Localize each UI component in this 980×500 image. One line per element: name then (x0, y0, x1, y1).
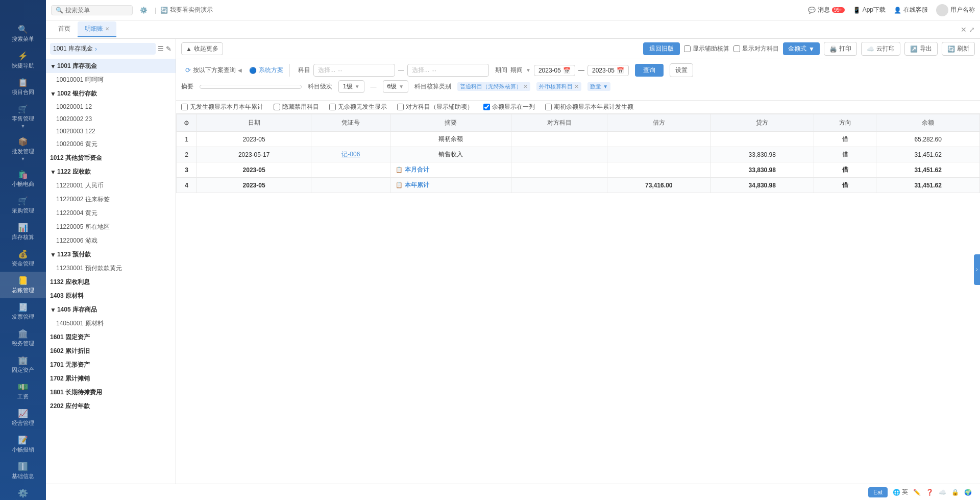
subject-10020002[interactable]: 10020002 23 (46, 113, 176, 125)
refresh-btn[interactable]: 🔄 刷新 (942, 42, 975, 56)
cb-period-input[interactable] (545, 104, 552, 110)
subject-1403[interactable]: 1403 原材料 (46, 289, 176, 303)
user-area[interactable]: 用户名称 (936, 4, 975, 16)
account-selector[interactable]: 1001 库存现金 › (50, 43, 156, 55)
quantity-tag[interactable]: 数量 ▼ (587, 82, 610, 91)
subject-10020003[interactable]: 10020003 122 (46, 125, 176, 137)
subject-1012[interactable]: 1012 其他货币资金 (46, 151, 176, 165)
right-expand-btn[interactable]: › (974, 254, 980, 285)
show-contra-checkbox[interactable]: 显示对方科目 (733, 44, 779, 53)
show-assist-input[interactable] (684, 45, 691, 52)
subject-1801[interactable]: 1801 长期待摊费用 (46, 386, 176, 399)
app-download-btn[interactable]: 📱 App下载 (853, 6, 886, 14)
sidebar-item-base[interactable]: ℹ️ 基础信息 (0, 458, 46, 484)
subject-11230001[interactable]: 11230001 预付款款黄元 (46, 261, 176, 275)
demo-btn[interactable]: 🔄 我要看实例演示 (160, 6, 213, 14)
query-btn[interactable]: 查询 (635, 64, 664, 77)
print-btn[interactable]: 🖨️ 打印 (824, 42, 857, 56)
subject-1701[interactable]: 1701 无形资产 (46, 358, 176, 372)
sidebar-item-expense[interactable]: 📝 小畅报销 (0, 431, 46, 458)
message-btn[interactable]: 💬 消息 99+ (808, 6, 845, 14)
level-end-select[interactable]: 6级 ▼ (383, 80, 409, 93)
tab-ledger-close[interactable]: ✕ (105, 26, 109, 32)
amount-mode-btn[interactable]: 金额式 ▼ (783, 42, 820, 55)
sidebar-item-inventory[interactable]: 📊 库存核算 (0, 219, 46, 245)
subject-14050001[interactable]: 14050001 原材料 (46, 317, 176, 330)
tree-view-btn[interactable]: ✎ (166, 45, 172, 53)
sidebar-item-project[interactable]: 📋 项目合同 (0, 74, 46, 100)
bottom-question-btn[interactable]: ❓ (926, 489, 934, 496)
cb-hide-disabled[interactable]: 隐藏禁用科目 (274, 103, 319, 111)
sidebar-item-sysadmin[interactable]: ⚙️ 系统管理 (0, 484, 46, 500)
subject-1405[interactable]: ▼ 1405 库存商品 (46, 303, 176, 317)
tab-bar-expand-btn[interactable]: ⤢ (969, 26, 975, 34)
subject-11220002[interactable]: 11220002 往来标签 (46, 193, 176, 206)
type-tag-1[interactable]: 普通科目（无特殊核算） ✕ (457, 82, 530, 91)
sidebar-item-salary[interactable]: 💵 工资 (0, 378, 46, 404)
period-end-input[interactable]: 2023-05 📅 (587, 65, 629, 76)
sidebar-item-finance[interactable]: 💰 资金管理 (0, 245, 46, 272)
sidebar-item-ecommerce[interactable]: 🛍️ 小畅电商 (0, 165, 46, 192)
sidebar-item-ops[interactable]: 📈 经营管理 (0, 404, 46, 431)
subject-1601[interactable]: 1601 固定资产 (46, 330, 176, 344)
return-old-btn[interactable]: 退回旧版 (643, 42, 680, 55)
subject-1602[interactable]: 1602 累计折旧 (46, 344, 176, 358)
cb-contra-subject[interactable]: 对方科目（显示辅助项） (397, 103, 473, 111)
level-start-select[interactable]: 1级 ▼ (338, 80, 364, 93)
tab-ledger[interactable]: 明细账 ✕ (78, 21, 116, 37)
type-tag-2[interactable]: 外币核算科目 ✕ (536, 82, 581, 91)
subject-1002[interactable]: ▼ 1002 银行存款 (46, 87, 176, 101)
bottom-lock-btn[interactable]: 🔒 (951, 489, 959, 496)
tab-home[interactable]: 首页 (51, 21, 78, 37)
export-btn[interactable]: ↗️ 导出 (904, 42, 938, 56)
subject-10020006[interactable]: 10020006 黄元 (46, 137, 176, 151)
subject-2202[interactable]: 2202 应付年款 (46, 399, 176, 413)
sidebar-item-invoice[interactable]: 🧾 发票管理 (0, 298, 46, 325)
cb-no-amount-input[interactable] (181, 104, 188, 110)
subject-11220004[interactable]: 11220004 黄元 (46, 206, 176, 220)
sidebar-item-quick[interactable]: ⚡ 快捷导航 (0, 47, 46, 74)
sidebar-item-assets[interactable]: 🏢 固定资产 (0, 351, 46, 378)
bottom-globe-btn[interactable]: 🌍 (964, 489, 972, 496)
top-search-box[interactable]: 🔍 (51, 5, 133, 15)
top-search-input[interactable] (65, 7, 116, 14)
show-contra-input[interactable] (733, 45, 740, 52)
cb-balance-one-col[interactable]: 余额显示在一列 (483, 103, 535, 111)
cb-no-amount[interactable]: 无发生额显示本月本年累计 (181, 103, 263, 111)
tab-bar-close-btn[interactable]: ✕ (961, 26, 967, 34)
subject-11220006[interactable]: 11220006 游戏 (46, 234, 176, 248)
sidebar-item-purchase[interactable]: 🛒 采购管理 (0, 192, 46, 219)
tag-remove-1[interactable]: ✕ (523, 83, 528, 90)
online-service-btn[interactable]: 👤 在线客服 (894, 6, 928, 14)
sidebar-item-ledger[interactable]: 📒 总账管理 (0, 272, 46, 298)
cb-hide-disabled-input[interactable] (274, 104, 280, 110)
subject-10010001[interactable]: 10010001 呵呵呵 (46, 73, 176, 87)
settings-btn[interactable]: ⚙️ (137, 6, 151, 15)
bottom-cloud-btn[interactable]: ☁️ (939, 489, 946, 496)
subject-1001[interactable]: ▼ 1001 库存现金 (46, 59, 176, 73)
system-schema-btn[interactable]: 🔵 系统方案 (249, 66, 283, 75)
setting-btn[interactable]: 设置 (670, 63, 693, 77)
eat-btn[interactable]: Eat (868, 487, 888, 497)
subject-1122[interactable]: ▼ 1122 应收款 (46, 165, 176, 179)
subject-input-2[interactable]: 选择... ··· (407, 64, 489, 77)
sidebar-item-wholesale[interactable]: 📦 批发管理 ▼ (0, 133, 46, 165)
cb-no-balance[interactable]: 无余额无发生显示 (329, 103, 387, 111)
expand-more-btn[interactable]: ▲ 收起更多 (181, 42, 223, 55)
sidebar-item-retail[interactable]: 🛒 零售管理 ▼ (0, 100, 46, 133)
cloud-print-btn[interactable]: ☁️ 云打印 (861, 42, 900, 56)
subject-input[interactable]: 选择... ··· (313, 64, 395, 77)
subject-11220005[interactable]: 11220005 所在地区 (46, 220, 176, 234)
lang-btn[interactable]: 🌐 英 (893, 488, 908, 496)
bottom-edit-icon-btn[interactable]: ✏️ (913, 489, 921, 496)
tag-remove-2[interactable]: ✕ (574, 83, 579, 90)
subject-11220001[interactable]: 11220001 人民币 (46, 179, 176, 193)
subject-1132[interactable]: 1132 应收利息 (46, 275, 176, 289)
cb-no-balance-input[interactable] (329, 104, 336, 110)
voucher-link[interactable]: 记-006 (341, 151, 360, 158)
subject-1702[interactable]: 1702 累计摊销 (46, 372, 176, 386)
sidebar-item-tax[interactable]: 🏛️ 税务管理 (0, 325, 46, 351)
summary-input[interactable] (200, 85, 302, 89)
cb-contra-input[interactable] (397, 104, 404, 110)
list-view-btn[interactable]: ☰ (158, 45, 164, 53)
